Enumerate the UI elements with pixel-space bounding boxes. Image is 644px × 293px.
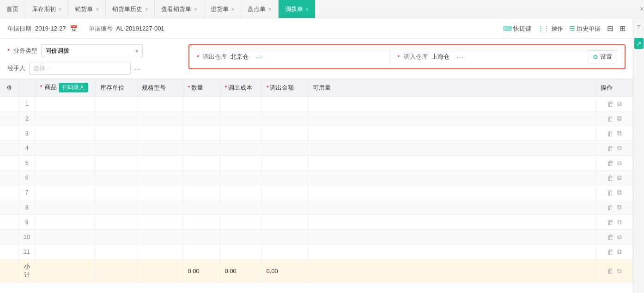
cell-qty-3[interactable]: [183, 126, 220, 141]
delete-icon-2[interactable]: 🗑: [607, 115, 614, 122]
cell-amount-3[interactable]: [261, 126, 308, 141]
cell-product-4[interactable]: [35, 141, 95, 156]
tab-view-sales[interactable]: 查看销货单 ×: [155, 0, 204, 18]
cell-product-9[interactable]: [35, 215, 95, 230]
cell-cost-11[interactable]: [220, 244, 261, 259]
warehouse-in-more-btn[interactable]: ···: [457, 53, 464, 61]
delete-icon-3[interactable]: 🗑: [607, 130, 614, 137]
subtotal-copy-icon[interactable]: ⧉: [617, 267, 622, 275]
history-btn[interactable]: ☰ 历史单据: [570, 24, 601, 33]
cell-qty-10[interactable]: [183, 230, 220, 244]
warehouse-out-more-btn[interactable]: ···: [256, 53, 263, 61]
tab-inventory-init[interactable]: 库存期初 ×: [25, 0, 68, 18]
cell-cost-9[interactable]: [220, 215, 261, 230]
operations-btn[interactable]: ⋮⋮ 操作: [538, 24, 563, 33]
delete-icon-6[interactable]: 🗑: [607, 174, 614, 182]
th-settings[interactable]: ⚙: [0, 79, 18, 97]
cell-product-1[interactable]: [35, 97, 95, 111]
delete-icon-7[interactable]: 🗑: [607, 189, 614, 196]
layout-btn[interactable]: ⊟: [607, 24, 613, 33]
cell-product-7[interactable]: [35, 185, 95, 200]
delete-icon-9[interactable]: 🗑: [607, 219, 614, 226]
cell-amount-9[interactable]: [261, 215, 308, 230]
cell-cost-1[interactable]: [220, 97, 261, 111]
cell-qty-4[interactable]: [183, 141, 220, 156]
cell-amount-11[interactable]: [261, 244, 308, 259]
cell-product-2[interactable]: [35, 111, 95, 126]
cell-cost-8[interactable]: [220, 200, 261, 215]
copy-icon-8[interactable]: ⧉: [617, 203, 622, 211]
cell-product-5[interactable]: [35, 156, 95, 171]
cell-product-6[interactable]: [35, 171, 95, 185]
copy-icon-9[interactable]: ⧉: [617, 218, 622, 226]
tab-home[interactable]: 首页: [0, 0, 25, 18]
copy-icon-11[interactable]: ⧉: [617, 248, 622, 256]
cell-qty-5[interactable]: [183, 156, 220, 171]
window-close-icon[interactable]: ×: [640, 5, 644, 13]
cell-qty-8[interactable]: [183, 200, 220, 215]
tab-stocktake-close[interactable]: ×: [268, 6, 271, 12]
copy-icon-6[interactable]: ⧉: [617, 174, 622, 182]
shortcuts-btn[interactable]: ⌨ 快捷键: [503, 24, 531, 33]
tab-purchase-close[interactable]: ×: [231, 6, 234, 12]
cell-qty-1[interactable]: [183, 97, 220, 111]
cell-product-10[interactable]: [35, 230, 95, 244]
tab-transfer[interactable]: 调拨单 ×: [279, 0, 316, 18]
delete-icon-1[interactable]: 🗑: [607, 100, 614, 108]
sidebar-expand-icon[interactable]: ↗: [634, 38, 644, 49]
cell-qty-9[interactable]: [183, 215, 220, 230]
cell-qty-2[interactable]: [183, 111, 220, 126]
cell-amount-1[interactable]: [261, 97, 308, 111]
cell-amount-6[interactable]: [261, 171, 308, 185]
cell-qty-6[interactable]: [183, 171, 220, 185]
copy-icon-10[interactable]: ⧉: [617, 233, 622, 241]
tab-sales[interactable]: 销货单 ×: [68, 0, 105, 18]
copy-icon-1[interactable]: ⧉: [617, 100, 622, 108]
cell-cost-10[interactable]: [220, 230, 261, 244]
cell-cost-3[interactable]: [220, 126, 261, 141]
cell-product-3[interactable]: [35, 126, 95, 141]
handler-more-btn[interactable]: ···: [134, 65, 142, 73]
delete-icon-4[interactable]: 🗑: [607, 145, 614, 152]
tab-inventory-init-close[interactable]: ×: [59, 6, 61, 12]
copy-icon-2[interactable]: ⧉: [617, 115, 622, 122]
tab-view-sales-close[interactable]: ×: [194, 6, 197, 12]
cell-amount-4[interactable]: [261, 141, 308, 156]
tab-purchase[interactable]: 进货单 ×: [204, 0, 241, 18]
tab-sales-close[interactable]: ×: [96, 6, 98, 12]
copy-icon-7[interactable]: ⧉: [617, 189, 622, 196]
cell-product-8[interactable]: [35, 200, 95, 215]
cell-qty-7[interactable]: [183, 185, 220, 200]
tab-sales-history[interactable]: 销货单历史 ×: [106, 0, 155, 18]
cell-amount-10[interactable]: [261, 230, 308, 244]
tab-sales-history-close[interactable]: ×: [145, 6, 148, 12]
tab-stocktake[interactable]: 盘点单 ×: [241, 0, 278, 18]
delete-icon-11[interactable]: 🗑: [607, 248, 614, 256]
copy-icon-5[interactable]: ⧉: [617, 159, 622, 167]
grid-layout-btn[interactable]: ⊞: [620, 24, 626, 33]
delete-icon-5[interactable]: 🗑: [607, 159, 614, 167]
cell-cost-4[interactable]: [220, 141, 261, 156]
cell-cost-5[interactable]: [220, 156, 261, 171]
tab-transfer-close[interactable]: ×: [306, 6, 309, 12]
handler-select[interactable]: 选择...: [29, 62, 131, 75]
cell-product-11[interactable]: [35, 244, 95, 259]
cell-amount-2[interactable]: [261, 111, 308, 126]
calendar-icon[interactable]: 📅: [70, 25, 78, 32]
cell-amount-8[interactable]: [261, 200, 308, 215]
settings-btn[interactable]: ⚙ 设置: [588, 50, 617, 63]
cell-amount-5[interactable]: [261, 156, 308, 171]
cell-amount-7[interactable]: [261, 185, 308, 200]
delete-icon-8[interactable]: 🗑: [607, 204, 614, 211]
cell-cost-2[interactable]: [220, 111, 261, 126]
scan-btn[interactable]: 扫码录入: [59, 83, 88, 92]
sidebar-list-icon[interactable]: ≡: [637, 23, 640, 31]
copy-icon-4[interactable]: ⧉: [617, 144, 622, 152]
delete-icon-10[interactable]: 🗑: [607, 233, 614, 241]
business-type-select[interactable]: 同价调拨 ▾: [41, 44, 143, 57]
cell-cost-7[interactable]: [220, 185, 261, 200]
cell-qty-11[interactable]: [183, 244, 220, 259]
copy-icon-3[interactable]: ⧉: [617, 129, 622, 137]
cell-cost-6[interactable]: [220, 171, 261, 185]
subtotal-delete-icon[interactable]: 🗑: [607, 267, 614, 275]
